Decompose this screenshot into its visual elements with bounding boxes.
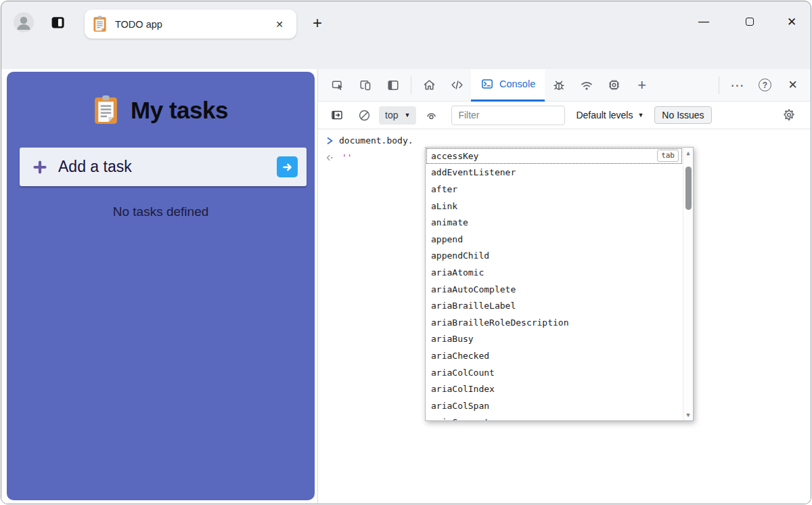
prompt-chevron-icon [326, 136, 334, 146]
autocomplete-item[interactable]: ariaColCount [426, 364, 683, 381]
gear-icon [782, 108, 796, 123]
add-task-label: Add a task [58, 158, 132, 176]
scrollbar-thumb[interactable] [685, 167, 692, 210]
divider [411, 76, 411, 94]
autocomplete-label: accessKey [431, 151, 478, 161]
code-icon [450, 78, 464, 92]
tab-close-icon[interactable]: ✕ [271, 16, 288, 33]
tab-debugger[interactable] [545, 69, 572, 101]
cpu-chip-icon [607, 78, 621, 92]
divider [719, 76, 719, 94]
autocomplete-item[interactable]: ariaBusy [426, 331, 683, 348]
caret-down-icon: ▼ [404, 112, 410, 118]
arrow-right-icon [281, 161, 294, 173]
autocomplete-item[interactable]: aLink [426, 198, 683, 215]
browser-window: TODO app ✕ + — ✕ https://microsof [1, 1, 811, 504]
bug-icon [551, 78, 566, 93]
execution-context-selector[interactable]: top ▼ [379, 106, 416, 125]
autocomplete-item[interactable]: ariaAutoComplete [426, 281, 683, 298]
autocomplete-scrollbar[interactable]: ▲ ▼ [683, 148, 693, 420]
autocomplete-item[interactable]: ariaColSpan [426, 397, 683, 414]
devtools-tab-bar: Console [318, 69, 811, 102]
autocomplete-item[interactable]: addEventListener [426, 164, 683, 181]
tab-performance[interactable] [600, 69, 628, 101]
new-tab-button[interactable]: + [306, 12, 329, 35]
log-levels-selector[interactable]: Default levels ▼ [576, 110, 644, 120]
todo-header: My tasks [7, 72, 315, 125]
tab-elements[interactable] [443, 69, 471, 101]
page-viewport: My tasks Add a task No tasks defined [1, 69, 317, 504]
console-settings-button[interactable] [775, 102, 803, 129]
tab-console-label: Console [499, 79, 535, 89]
more-tools-button[interactable]: + [628, 69, 656, 101]
autocomplete-item[interactable]: after [426, 181, 683, 198]
tab-welcome[interactable] [415, 69, 443, 101]
autocomplete-item[interactable]: ariaBrailleLabel [426, 297, 683, 314]
devtools-panel: Console [317, 69, 811, 504]
issues-counter-button[interactable]: No Issues [654, 106, 711, 124]
clipboard-favicon [93, 16, 107, 32]
autocomplete-item[interactable]: ariaChecked [426, 347, 683, 364]
autocomplete-item[interactable]: ariaBrailleRoleDescription [426, 314, 683, 331]
content-area: My tasks Add a task No tasks defined [1, 69, 811, 504]
console-prompt-row[interactable]: document.body. [318, 129, 811, 146]
levels-label: Default levels [576, 110, 633, 120]
tab-network[interactable] [572, 69, 600, 101]
autocomplete-dropdown: accessKey tab addEventListener after aLi… [425, 147, 694, 421]
result-arrow-icon [325, 153, 335, 162]
autocomplete-item-selected[interactable]: accessKey tab [426, 148, 683, 164]
panel-layout-icon [386, 79, 400, 92]
autocomplete-item[interactable]: append [426, 231, 683, 248]
empty-state-text: No tasks defined [7, 204, 315, 219]
console-content[interactable]: document.body. '' accessKey tab addEvent [318, 129, 811, 162]
window-minimize-button[interactable]: — [690, 11, 717, 32]
devtools-menu-button[interactable]: ⋯ [723, 69, 751, 101]
activity-bar-layout-button[interactable] [379, 69, 407, 101]
console-sidebar-toggle[interactable] [323, 102, 351, 129]
autocomplete-item[interactable]: ariaCurrent [426, 414, 683, 422]
maximize-icon [746, 18, 754, 26]
autocomplete-item[interactable]: appendChild [426, 248, 683, 265]
person-icon [14, 12, 34, 32]
live-expression-button[interactable] [418, 102, 445, 129]
caret-down-icon: ▼ [637, 112, 644, 118]
tab-key-hint: tab [657, 150, 679, 162]
inspect-icon [331, 79, 344, 92]
tab-actions-icon[interactable] [49, 14, 66, 31]
devtools-close-button[interactable]: ✕ [779, 69, 807, 101]
clear-icon [357, 108, 371, 123]
profile-avatar[interactable] [14, 12, 34, 32]
window-maximize-button[interactable] [736, 11, 763, 32]
clear-console-button[interactable] [351, 102, 378, 129]
autocomplete-item[interactable]: ariaColIndex [426, 380, 683, 397]
eager-eval-preview: '' [342, 152, 353, 162]
device-emulation-icon [359, 79, 372, 92]
add-task-input[interactable]: Add a task [20, 148, 307, 186]
navigation-bar: https://microsoftedge.github.io/Demos/de… [1, 42, 811, 69]
window-close-button[interactable]: ✕ [778, 11, 805, 32]
console-input-text: document.body. [339, 135, 413, 146]
tab-title: TODO app [115, 19, 271, 30]
wifi-icon [579, 78, 594, 93]
filter-input[interactable] [451, 106, 565, 125]
devtools-help-button[interactable]: ? [751, 69, 779, 101]
console-toolbar: top ▼ Default levels ▼ No Issues [318, 102, 811, 129]
autocomplete-item[interactable]: animate [426, 214, 683, 231]
home-icon [422, 78, 436, 92]
inspect-element-button[interactable] [323, 69, 351, 101]
eye-icon [424, 108, 438, 123]
device-emulation-button[interactable] [351, 69, 379, 101]
scroll-down-icon[interactable]: ▼ [683, 412, 693, 418]
tab-console[interactable]: Console [471, 69, 545, 102]
todo-app-panel: My tasks Add a task No tasks defined [7, 72, 315, 500]
help-icon: ? [759, 79, 771, 91]
console-icon [480, 77, 494, 91]
app-title: My tasks [131, 97, 228, 124]
browser-tab[interactable]: TODO app ✕ [85, 9, 296, 39]
scroll-up-icon[interactable]: ▲ [683, 150, 693, 156]
clipboard-icon [93, 95, 118, 125]
submit-task-button[interactable] [277, 156, 298, 177]
autocomplete-item[interactable]: ariaAtomic [426, 264, 683, 281]
context-label: top [385, 110, 398, 120]
sidebar-toggle-icon [330, 108, 344, 122]
